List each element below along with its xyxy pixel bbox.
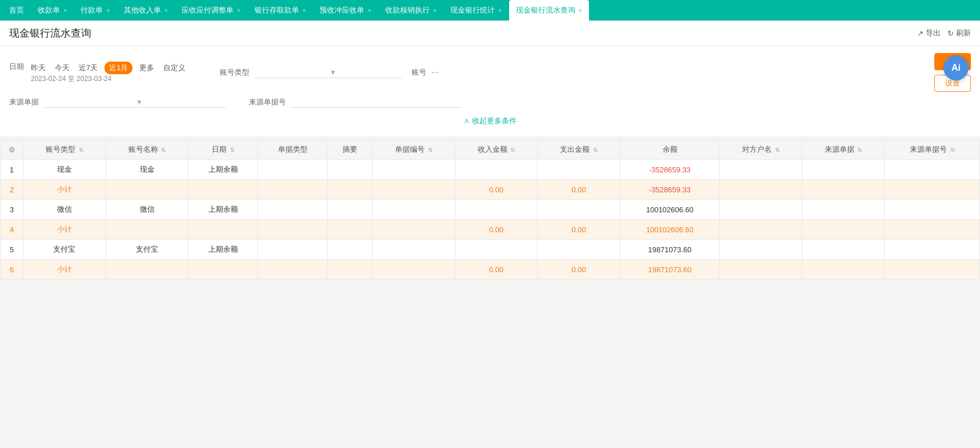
counterparty-cell bbox=[720, 180, 802, 200]
sort-icon: ⇅ bbox=[510, 147, 515, 153]
sort-icon: ⇅ bbox=[950, 147, 955, 153]
page-title: 现金银行流水查询 bbox=[9, 26, 91, 40]
close-icon[interactable]: × bbox=[579, 7, 582, 14]
column-account-type[interactable]: 账号类型 ⇅ bbox=[23, 140, 106, 160]
column-account-name[interactable]: 账号名称 ⇅ bbox=[106, 140, 188, 160]
doc-no-cell bbox=[372, 160, 455, 180]
nav-item-advance[interactable]: 预收冲应收单 × bbox=[313, 0, 378, 21]
income-cell bbox=[455, 200, 538, 220]
sort-icon: ⇅ bbox=[230, 147, 235, 153]
summary-cell bbox=[328, 220, 373, 240]
source-doc-select[interactable]: ▼ bbox=[43, 97, 226, 108]
sort-icon: ⇅ bbox=[593, 147, 598, 153]
row-number: 2 bbox=[1, 180, 23, 200]
close-icon[interactable]: × bbox=[368, 7, 371, 14]
source-doc-no-label: 来源单据号 bbox=[249, 97, 286, 107]
account-more-button[interactable]: ··· bbox=[431, 67, 438, 78]
column-income[interactable]: 收入金额 ⇅ bbox=[455, 140, 538, 160]
source-doc-filter: 来源单据 ▼ bbox=[9, 97, 226, 108]
nav-item-adjustment[interactable]: 应收应付调整单 × bbox=[175, 0, 247, 21]
date-btn-yesterday[interactable]: 昨天 bbox=[29, 62, 48, 74]
account-name-cell: 支付宝 bbox=[106, 240, 188, 260]
export-icon: ↗ bbox=[917, 29, 923, 38]
page-header: 现金银行流水查询 ↗ 导出 ↻ 刷新 bbox=[0, 21, 980, 46]
doc-type-cell bbox=[258, 180, 328, 200]
source-doc-cell bbox=[802, 220, 885, 240]
cashflow-table: ⚙ 账号类型 ⇅ 账号名称 ⇅ 日期 ⇅ 单据类型 摘要 bbox=[0, 139, 980, 280]
doc-type-cell bbox=[258, 220, 328, 240]
row-number: 3 bbox=[1, 200, 23, 220]
table-body: 1现金现金上期余额-3528659.332小计0.000.00-3528659.… bbox=[1, 160, 980, 280]
account-name-cell: 微信 bbox=[106, 200, 188, 220]
refresh-button[interactable]: ↻ 刷新 bbox=[947, 28, 971, 38]
date-btn-today[interactable]: 今天 bbox=[53, 62, 72, 74]
date-btn-more[interactable]: 更多 bbox=[137, 62, 156, 74]
nav-item-statistics[interactable]: 现金银行统计 × bbox=[443, 0, 509, 21]
nav-item-cashflow[interactable]: 现金银行流水查询 × bbox=[509, 0, 589, 21]
account-type-cell: 小计 bbox=[23, 180, 106, 200]
doc-type-cell bbox=[258, 260, 328, 280]
nav-item-verification[interactable]: 收款核销执行 × bbox=[378, 0, 443, 21]
filter-area: 日期 昨天 今天 近7天 近1月 更多 自定义 2023-02-24 至 202… bbox=[0, 46, 980, 137]
doc-no-cell bbox=[372, 260, 455, 280]
column-expense[interactable]: 支出金额 ⇅ bbox=[538, 140, 620, 160]
balance-cell: -3528659.33 bbox=[620, 180, 720, 200]
close-icon[interactable]: × bbox=[164, 7, 168, 14]
date-btn-custom[interactable]: 自定义 bbox=[161, 62, 188, 74]
date-options-container: 昨天 今天 近7天 近1月 更多 自定义 2023-02-24 至 2023-0… bbox=[29, 62, 188, 84]
date-cell bbox=[188, 220, 258, 240]
income-cell: 0.00 bbox=[455, 180, 538, 200]
doc-type-cell bbox=[258, 160, 328, 180]
close-icon[interactable]: × bbox=[63, 7, 67, 14]
export-button[interactable]: ↗ 导出 bbox=[917, 28, 941, 38]
account-filter: 账号 ··· bbox=[412, 67, 443, 78]
source-doc-no-input[interactable] bbox=[291, 96, 462, 108]
account-name-cell bbox=[106, 220, 188, 240]
column-date[interactable]: 日期 ⇅ bbox=[188, 140, 258, 160]
date-btn-1month[interactable]: 近1月 bbox=[104, 62, 132, 74]
ai-assistant-button[interactable]: Ai bbox=[943, 55, 969, 80]
date-btn-7days[interactable]: 近7天 bbox=[76, 62, 100, 74]
date-cell bbox=[188, 180, 258, 200]
close-icon[interactable]: × bbox=[106, 7, 110, 14]
source-doc-cell bbox=[802, 260, 885, 280]
row-number: 1 bbox=[1, 160, 23, 180]
close-icon[interactable]: × bbox=[237, 7, 240, 14]
account-type-select[interactable]: ▼ bbox=[254, 67, 402, 78]
expense-cell bbox=[538, 240, 620, 260]
nav-item-payment[interactable]: 付款单 × bbox=[74, 0, 116, 21]
close-icon[interactable]: × bbox=[433, 7, 437, 14]
column-doc-no[interactable]: 单据编号 ⇅ bbox=[372, 140, 455, 160]
nav-item-receipt[interactable]: 收款单 × bbox=[31, 0, 74, 21]
account-name-cell bbox=[106, 180, 188, 200]
column-source-doc[interactable]: 来源单据 ⇅ bbox=[802, 140, 885, 160]
summary-cell bbox=[328, 160, 373, 180]
date-cell: 上期余额 bbox=[188, 160, 258, 180]
column-source-doc-no[interactable]: 来源单据号 ⇅ bbox=[885, 140, 980, 160]
source-doc-no-cell bbox=[885, 160, 980, 180]
column-counterparty[interactable]: 对方户名 ⇅ bbox=[720, 140, 802, 160]
doc-type-cell bbox=[258, 200, 328, 220]
source-doc-no-cell bbox=[885, 260, 980, 280]
date-cell bbox=[188, 260, 258, 280]
counterparty-cell bbox=[720, 260, 802, 280]
expense-cell: 0.00 bbox=[538, 180, 620, 200]
close-icon[interactable]: × bbox=[303, 7, 306, 14]
account-name-cell: 现金 bbox=[106, 160, 188, 180]
gear-icon[interactable]: ⚙ bbox=[9, 146, 15, 154]
close-icon[interactable]: × bbox=[498, 7, 502, 14]
row-number: 5 bbox=[1, 240, 23, 260]
nav-item-bank-deposit[interactable]: 银行存取款单 × bbox=[248, 0, 313, 21]
nav-item-other-income[interactable]: 其他收入单 × bbox=[117, 0, 175, 21]
account-type-cell: 小计 bbox=[23, 220, 106, 240]
summary-cell bbox=[328, 240, 373, 260]
collapse-filters-button[interactable]: ∧ 收起更多条件 bbox=[9, 112, 971, 130]
doc-no-cell bbox=[372, 200, 455, 220]
source-doc-no-cell bbox=[885, 240, 980, 260]
nav-item-home[interactable]: 首页 bbox=[2, 0, 31, 21]
data-table-container: ⚙ 账号类型 ⇅ 账号名称 ⇅ 日期 ⇅ 单据类型 摘要 bbox=[0, 139, 980, 280]
source-doc-no-cell bbox=[885, 180, 980, 200]
column-gear[interactable]: ⚙ bbox=[1, 140, 23, 160]
column-doc-type: 单据类型 bbox=[258, 140, 328, 160]
balance-cell: 19871073.60 bbox=[620, 240, 720, 260]
